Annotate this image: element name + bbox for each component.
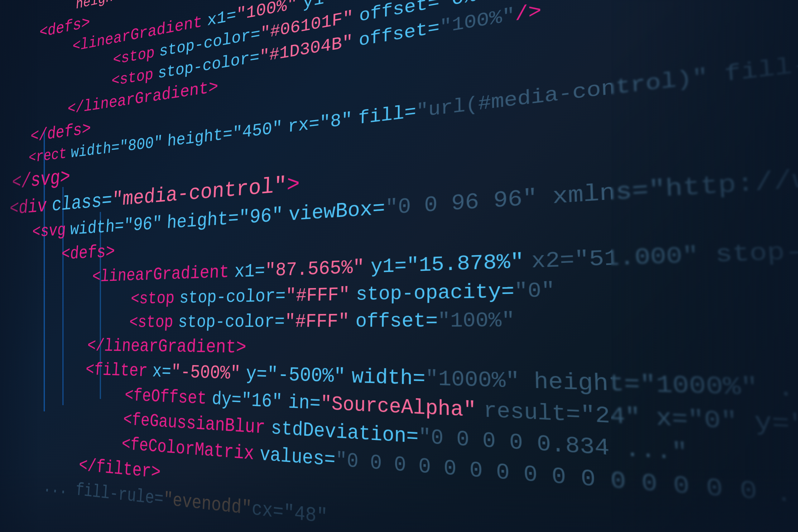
code-token: <stop: [113, 45, 155, 68]
code-token: "evenodd": [163, 490, 252, 519]
code-token: rx=: [287, 114, 320, 136]
code-token: class=: [51, 190, 113, 215]
code-token: height=: [166, 209, 239, 232]
code-token: stop-opacity=: [356, 281, 514, 304]
code-token: <filter: [85, 361, 148, 381]
code-token: />: [489, 0, 515, 3]
code-token: x1=: [207, 7, 236, 30]
code-token: </linearGradient>: [87, 337, 247, 358]
code-token: width=: [70, 217, 125, 239]
code-token: ... fill-rule=: [43, 478, 164, 509]
code-token: <stop: [130, 289, 175, 308]
code-token: "48": [283, 502, 328, 528]
code-token: offset=: [355, 311, 438, 331]
code-token: "#FFF": [285, 285, 350, 305]
code-token: >: [286, 173, 300, 197]
code-token: "96": [124, 214, 163, 235]
code-token: </svg>: [11, 167, 71, 193]
code-token: width=: [351, 366, 425, 390]
code-token: y=: [246, 364, 267, 385]
code-token: </defs>: [30, 120, 91, 145]
code-token: stop-color=: [178, 312, 285, 331]
code-token: "96": [239, 205, 283, 228]
code-token: "16": [241, 391, 283, 412]
code-token: stdDeviation=: [270, 419, 418, 448]
code-token: y1=: [370, 256, 406, 278]
code-token: <feOffset: [125, 386, 207, 408]
code-token: height=: [167, 125, 232, 150]
code-token: <stop: [129, 314, 174, 331]
code-screenshot: height="450" viewBox="0 0 800 450" xmlns…: [0, 0, 798, 532]
code-token: "450": [232, 119, 282, 143]
code-token: "8": [319, 110, 353, 133]
code-token: <svg: [32, 221, 66, 241]
code-token: </filter>: [78, 456, 161, 483]
code-token: "SourceAlpha": [320, 394, 477, 421]
code-token: stop-color=: [179, 287, 286, 307]
code-token: x1=: [234, 262, 266, 281]
code-token: "0": [514, 280, 555, 302]
code-token: "1000%" height="1000%" ...: [425, 368, 798, 403]
code-token: "800": [119, 134, 163, 155]
code-token: <feGaussianBlur: [123, 411, 266, 438]
code-token: <div: [9, 196, 48, 219]
code-token: <stop: [111, 67, 154, 90]
code-token: in=: [288, 393, 321, 414]
code-token: <rect: [28, 146, 67, 166]
code-token: <feColorMatrix: [121, 435, 254, 464]
code-token: />: [515, 1, 542, 25]
code-token: "87.565%": [265, 258, 364, 281]
code-token: cx=: [251, 499, 284, 522]
code-token: <defs>: [61, 243, 116, 263]
code-token: y1=: [302, 0, 336, 12]
code-token: "-500%": [267, 365, 346, 387]
code-token: dy=: [211, 390, 242, 410]
code-token: <linearGradient: [92, 263, 229, 285]
code-line-15: <stop stop-color="#FFF" offset="100%": [129, 303, 798, 332]
code-token: "-500%": [171, 363, 241, 384]
code-content: height="450" viewBox="0 0 800 450" xmlns…: [0, 0, 798, 532]
code-token: "15.878%": [406, 251, 524, 277]
code-token: "#FFF": [285, 312, 349, 331]
code-token: width=: [70, 139, 120, 161]
code-token: x=: [152, 362, 171, 381]
code-token: "100%": [438, 310, 515, 331]
code-token: values=: [259, 445, 336, 471]
code-token: viewBox=: [288, 198, 385, 225]
code-token: fill=: [358, 102, 416, 128]
